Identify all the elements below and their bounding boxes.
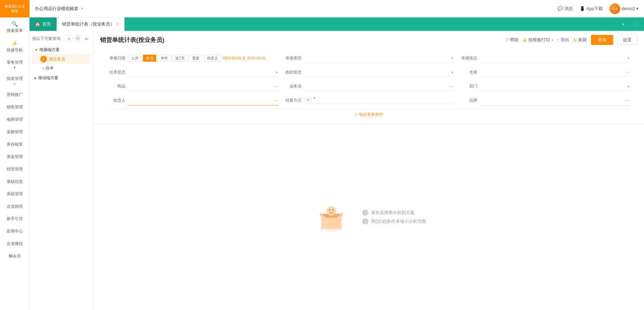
export-icon: ↑ bbox=[557, 38, 559, 43]
out-status-control: ▾ bbox=[128, 67, 279, 77]
tab-sales-stat[interactable]: 销货单统计表（按业务员） × bbox=[57, 17, 124, 31]
plan-item-by-salesman[interactable]: 人 按业务员 bbox=[32, 54, 90, 64]
dept-input[interactable] bbox=[480, 81, 631, 91]
setting-button[interactable]: 设置 bbox=[617, 35, 637, 45]
empty-content: 1 请先选择要分析的方案 2 用[过滤]条件来缩小分析范围 bbox=[311, 197, 426, 237]
help-icon: ? bbox=[506, 38, 508, 43]
maximize-button[interactable]: ⛶ bbox=[631, 19, 640, 29]
brand-dots[interactable]: ··· bbox=[625, 98, 629, 103]
filter-row-4: 收货人 ··· 结算方式 × bbox=[107, 95, 631, 105]
empty-hint-1: 1 请先选择要分析的方案 bbox=[362, 210, 426, 216]
panel-title-row: 按以下方案查询 + ≪ bbox=[32, 35, 90, 42]
plan-item-by-order[interactable]: ≡ 按单 bbox=[32, 64, 90, 72]
sidebar-item-marketing[interactable]: 营销推广 bbox=[0, 89, 29, 101]
recipient-dots[interactable]: ··· bbox=[273, 98, 277, 103]
page-header-actions: ? 帮助 🖨 按模板打印 ▾ ↑ 导出 ↻ bbox=[506, 35, 637, 45]
receipt-status-label: 收款状态 bbox=[283, 69, 302, 75]
date-this-month-btn[interactable]: 本月 bbox=[143, 55, 156, 62]
svg-point-6 bbox=[329, 209, 330, 211]
export-button[interactable]: ↑ 导出 bbox=[557, 37, 570, 43]
help-button[interactable]: ? 帮助 bbox=[506, 37, 518, 43]
dept-control: ▾ bbox=[480, 81, 631, 91]
sidebar-item-apps[interactable]: 应用中心 bbox=[0, 225, 29, 238]
filter-row-3: 商品 ··· 业务员 ··· bbox=[107, 81, 631, 91]
doc-status-input[interactable] bbox=[480, 53, 631, 63]
sidebar-item-purchase[interactable]: 采购管理 bbox=[0, 126, 29, 138]
user-menu[interactable]: Ea demo2 ▾ bbox=[609, 3, 639, 14]
date-range-text: 2023-03-01 至 2023-03-31 bbox=[222, 56, 266, 61]
date-prev-month-btn[interactable]: 上月 bbox=[128, 55, 142, 62]
add-plan-button[interactable]: + bbox=[65, 35, 73, 42]
members-label: 畅会员 bbox=[1, 253, 28, 259]
date-more-btn[interactable]: 更多 bbox=[189, 55, 203, 62]
sidebar-item-inventory[interactable]: 库存核算 bbox=[0, 138, 29, 151]
refresh-label: 刷新 bbox=[578, 37, 587, 43]
payment-arrow: ▾ bbox=[314, 96, 315, 100]
date-custom-btn[interactable]: 自定义 bbox=[204, 55, 221, 62]
sidebar-item-search[interactable]: 🔍 搜索菜单 bbox=[0, 17, 29, 37]
close-window-button[interactable]: × bbox=[619, 19, 628, 29]
sidebar-item-enterprise-wechat[interactable]: 企业微信 bbox=[0, 238, 29, 250]
doc-status-control: ▾ bbox=[480, 53, 631, 63]
content-area: 按以下方案查询 + ≪ ▼ 电脑端方案 人 按业务员 bbox=[30, 31, 644, 310]
print-button[interactable]: 🖨 按模板打印 ▾ bbox=[523, 37, 553, 43]
plan-group-mobile-header[interactable]: ▶ 移动端方案 bbox=[32, 74, 90, 82]
plan-group-desktop-header[interactable]: ▼ 电脑端方案 bbox=[32, 46, 90, 54]
user-dropdown-arrow: ▾ bbox=[636, 6, 639, 11]
sidebar-item-wholesale[interactable]: 批发管理 ▴ bbox=[0, 72, 29, 89]
refresh-button[interactable]: ↻ 刷新 bbox=[573, 37, 587, 43]
message-button[interactable]: 💬 消息 bbox=[557, 6, 573, 12]
salesman-dots[interactable]: ··· bbox=[449, 84, 453, 89]
retail-label: 零售管理 bbox=[1, 60, 28, 65]
filter-row-2: 出库状态 ▾ 收款状态 ▾ bbox=[107, 67, 631, 77]
sidebar-item-finance[interactable]: 资金管理 bbox=[0, 151, 29, 163]
topbar-dropdown-icon[interactable]: ▾ bbox=[81, 6, 83, 11]
page-header-top: 销货单统计表(按业务员) ? 帮助 🖨 按模板打印 ▾ ↑ bbox=[100, 35, 637, 45]
tabs-bar: 🏠 首页 销货单统计表（按业务员） × × ⛶ bbox=[30, 17, 644, 31]
sidebar-item-basic[interactable]: 基础信息 bbox=[0, 175, 29, 188]
goods-input[interactable] bbox=[128, 81, 279, 91]
print-label: 按模板打印 bbox=[528, 37, 550, 43]
warehouse-dots[interactable]: ··· bbox=[625, 69, 629, 75]
sidebar-item-sales[interactable]: 销售管理 bbox=[0, 101, 29, 113]
filter-receipt-status: 收款状态 ▾ bbox=[283, 67, 455, 77]
tab-home[interactable]: 🏠 首页 bbox=[30, 17, 57, 31]
sidebar-item-shortcut-label: 快捷导航 bbox=[1, 47, 28, 53]
collapse-filters-button[interactable]: ∧ 收起更多条件 bbox=[107, 109, 631, 119]
retail-arrow: ▾ bbox=[1, 65, 28, 69]
sidebar-item-newbie[interactable]: 新手引导 bbox=[0, 213, 29, 225]
sidebar-item-members[interactable]: 畅会员 bbox=[0, 250, 29, 262]
app-download-icon: 📱 bbox=[580, 6, 585, 11]
date-recent7-btn[interactable]: 近7天 bbox=[172, 55, 188, 62]
payment-clear-tag: × bbox=[304, 97, 312, 102]
sidebar-item-system[interactable]: 系统管理 bbox=[0, 188, 29, 200]
warehouse-label: 仓库 bbox=[459, 69, 477, 75]
app-download-button[interactable]: 📱 App下载 bbox=[580, 6, 603, 12]
goods-dots[interactable]: ··· bbox=[273, 84, 277, 89]
payment-clear-x[interactable]: × bbox=[307, 98, 309, 102]
wholesale-arrow: ▴ bbox=[1, 82, 28, 85]
salesman-plan-icon: 人 bbox=[40, 56, 47, 62]
recipient-control: ··· bbox=[128, 95, 279, 105]
salesman-input[interactable] bbox=[304, 81, 455, 91]
sidebar-item-operations[interactable]: 经营管理 bbox=[0, 163, 29, 175]
out-status-input[interactable] bbox=[128, 67, 279, 77]
recipient-input[interactable] bbox=[128, 95, 279, 105]
edit-plan-button[interactable] bbox=[74, 35, 82, 42]
warehouse-input[interactable] bbox=[480, 67, 631, 77]
query-button[interactable]: 查询 bbox=[591, 35, 613, 45]
sidebar-item-cooperation[interactable]: 企业协同 bbox=[0, 200, 29, 213]
brand-input[interactable] bbox=[480, 95, 631, 105]
sidebar-item-shortcut[interactable]: ⚡ 快捷导航 bbox=[0, 37, 29, 56]
app-logo[interactable]: 畅捷通好生意 标版 bbox=[0, 0, 30, 17]
tab-close-button[interactable]: × bbox=[116, 22, 119, 27]
date-this-year-btn[interactable]: 本年 bbox=[158, 55, 171, 62]
cooperation-label: 企业协同 bbox=[1, 204, 28, 209]
receipt-status-input[interactable] bbox=[304, 67, 455, 77]
sidebar-item-ecommerce[interactable]: 电商管理 bbox=[0, 113, 29, 126]
sidebar-item-retail[interactable]: 零售管理 ▾ bbox=[0, 56, 29, 72]
doc-type-input[interactable] bbox=[304, 53, 455, 63]
filter-goods: 商品 ··· bbox=[107, 81, 279, 91]
print-dropdown-arrow[interactable]: ▾ bbox=[551, 38, 553, 42]
collapse-panel-button[interactable]: ≪ bbox=[83, 35, 90, 42]
